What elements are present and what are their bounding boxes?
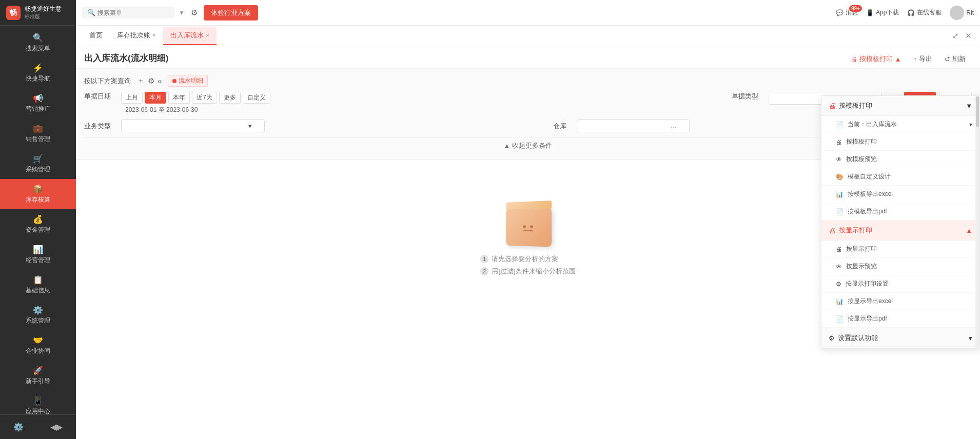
- search-nav-icon: 🔍: [33, 33, 43, 43]
- dp-display-preview-item[interactable]: 👁 按显示预览: [821, 258, 979, 275]
- dp-template-print-header[interactable]: 🖨 按模板打印 ▼: [821, 96, 979, 116]
- printer-dp-icon: 🖨: [829, 102, 836, 110]
- tab-home[interactable]: 首页: [82, 27, 110, 45]
- sidebar-item-system[interactable]: ⚙️ 系统管理: [0, 300, 76, 330]
- filter-settings-btn[interactable]: ⚙: [148, 76, 154, 86]
- sidebar-item-inventory[interactable]: 📦 库存核算: [0, 179, 76, 209]
- dp-template-print-label: 按模板打印: [839, 101, 872, 110]
- tag-label: 流水明细: [179, 76, 203, 85]
- dp-display-export-excel-item[interactable]: 📊 按显示导出excel: [821, 293, 979, 310]
- biz-type-select[interactable]: ▾: [121, 119, 265, 132]
- date-btn-this-year[interactable]: 本年: [168, 92, 190, 104]
- search-input[interactable]: [97, 9, 164, 16]
- sidebar-item-sales[interactable]: 💼 销售管理: [0, 118, 76, 149]
- tab-in-out-flow-close[interactable]: ×: [206, 32, 209, 39]
- guide-icon: 🚀: [33, 366, 43, 375]
- dp-display-print-icon: 🖨: [836, 246, 842, 253]
- empty-illustration: [497, 195, 559, 246]
- template-print-btn[interactable]: 🖨 按模板打印 ▲: [847, 52, 906, 66]
- add-filter-btn[interactable]: ＋: [137, 76, 145, 86]
- topbar-search-box[interactable]: 🔍: [82, 7, 174, 18]
- basic-icon: 📋: [33, 275, 43, 285]
- app-download-btn[interactable]: 📱 App下载: [866, 8, 899, 17]
- filter-collapse-btn[interactable]: «: [158, 76, 162, 85]
- quick-nav-icon: ⚡: [33, 63, 43, 73]
- dp-current-arrow[interactable]: ▾: [969, 121, 972, 128]
- date-filter-label: 单据日期: [84, 92, 111, 101]
- app-center-icon: 📱: [33, 396, 43, 406]
- sidebar-item-basic[interactable]: 📋 基础信息: [0, 270, 76, 300]
- avatar: [950, 6, 964, 20]
- sidebar-item-marketing[interactable]: 📢 营销推广: [0, 88, 76, 118]
- dropdown-scrollbar[interactable]: [975, 96, 979, 348]
- dp-display-print-item[interactable]: 🖨 按显示打印: [821, 241, 979, 258]
- settings-bottom-icon[interactable]: ⚙️: [11, 420, 26, 434]
- sidebar-item-quick-nav-label: 快捷导航: [26, 74, 50, 83]
- refresh-btn[interactable]: ↺ 刷新: [940, 52, 970, 66]
- operations-icon: 📊: [33, 245, 43, 254]
- warehouse-more-btn[interactable]: …: [670, 122, 677, 130]
- tab-in-out-flow[interactable]: 出入库流水 ×: [163, 27, 217, 45]
- dp-template-design-item[interactable]: 🎨 模板自定义设计: [821, 168, 979, 186]
- trial-button[interactable]: 体验行业方案: [204, 5, 258, 21]
- dp-display-pdf-label: 按显示导出pdf: [848, 314, 887, 323]
- dp-template-preview-item[interactable]: 👁 按模板预览: [821, 151, 979, 168]
- topbar: 🔍 ▼ ⚙ 体验行业方案 💬 消息 99+ 📱 App下载 🎧 在线客服 Rit: [76, 0, 980, 26]
- online-service-btn[interactable]: 🎧 在线客服: [907, 8, 942, 17]
- hint-num-2: 2: [480, 267, 488, 275]
- date-btn-custom[interactable]: 自定义: [243, 92, 270, 104]
- filter-tag-item[interactable]: 流水明细: [168, 75, 208, 87]
- date-btn-this-month[interactable]: 本月: [145, 92, 166, 104]
- tab-collapse-icon[interactable]: ✕: [963, 30, 974, 42]
- dp-template-collapse-icon[interactable]: ▼: [966, 102, 972, 110]
- page-inner: 出入库流水(流水明细) 🖨 按模板打印 ▲ ↑ 导出 ↺ 刷新: [76, 46, 980, 439]
- user-menu[interactable]: Rit: [950, 6, 974, 20]
- dp-display-export-pdf-item[interactable]: 📄 按显示导出pdf: [821, 310, 979, 328]
- dropdown-arrow-icon[interactable]: ▲: [895, 55, 901, 63]
- collapse-sidebar-icon[interactable]: ◀▶: [48, 420, 65, 434]
- dp-set-default-arrow: ▾: [969, 334, 972, 342]
- tab-inventory-batch[interactable]: 库存批次账 ×: [110, 27, 163, 45]
- dp-display-excel-label: 按显示导出excel: [848, 297, 893, 306]
- sales-icon: 💼: [33, 124, 43, 133]
- date-btn-last-month[interactable]: 上月: [121, 92, 143, 104]
- template-print-label: 按模板打印: [859, 54, 893, 64]
- warehouse-select[interactable]: …: [577, 119, 690, 132]
- sidebar-item-cooperation[interactable]: 🤝 企业协同: [0, 330, 76, 361]
- dp-display-settings-label: 按显示打印设置: [846, 280, 889, 288]
- sidebar-item-guide[interactable]: 🚀 新手引导: [0, 361, 76, 391]
- dp-current-icon: 📄: [836, 121, 844, 128]
- date-btn-7days[interactable]: 近7天: [192, 92, 217, 104]
- dp-template-export-excel-label: 按模板导出excel: [848, 190, 893, 198]
- message-btn[interactable]: 💬 消息 99+: [836, 8, 858, 17]
- sidebar-item-app-center[interactable]: 📱 应用中心: [0, 391, 76, 414]
- dp-display-print-header[interactable]: 🖨 按显示打印 ▲: [821, 221, 979, 241]
- dp-display-print-settings-item[interactable]: ⚙ 按显示打印设置: [821, 275, 979, 293]
- dp-set-default-label: 设置默认功能: [838, 333, 878, 343]
- dp-template-export-excel-item[interactable]: 📊 按模板导出excel: [821, 186, 979, 203]
- doc-type-filter-label: 单据类型: [732, 92, 758, 101]
- topbar-gear-icon[interactable]: ⚙: [189, 6, 200, 19]
- dp-display-collapse-icon[interactable]: ▲: [966, 227, 972, 234]
- sidebar-item-purchase[interactable]: 🛒 采购管理: [0, 149, 76, 179]
- date-btn-more[interactable]: 更多: [219, 92, 241, 104]
- dp-set-default-btn[interactable]: ⚙ 设置默认功能 ▾: [821, 328, 979, 348]
- empty-box-graphic: [506, 207, 552, 247]
- message-icon: 💬: [836, 9, 844, 16]
- export-btn[interactable]: ↑ 导出: [910, 52, 937, 66]
- tab-expand-icon[interactable]: ⤢: [950, 30, 961, 42]
- main-content: 🔍 ▼ ⚙ 体验行业方案 💬 消息 99+ 📱 App下载 🎧 在线客服 Rit: [76, 0, 980, 439]
- display-print-dp-icon: 🖨: [829, 226, 836, 234]
- warehouse-label: 仓库: [553, 122, 566, 131]
- scrollbar-thumb: [976, 96, 979, 127]
- sidebar-item-sales-label: 销售管理: [26, 135, 50, 144]
- topbar-dropdown-icon[interactable]: ▼: [179, 9, 185, 16]
- sidebar-item-search[interactable]: 🔍 搜索菜单: [0, 28, 76, 58]
- dp-template-export-pdf-item[interactable]: 📄 按模板导出pdf: [821, 203, 979, 221]
- sidebar-item-finance[interactable]: 💰 资金管理: [0, 209, 76, 240]
- system-icon: ⚙️: [33, 305, 43, 315]
- dp-template-print-item[interactable]: 🖨 按模板打印: [821, 133, 979, 151]
- sidebar-item-operations[interactable]: 📊 经营管理: [0, 240, 76, 270]
- sidebar-item-quick-nav[interactable]: ⚡ 快捷导航: [0, 58, 76, 88]
- tab-inventory-batch-close[interactable]: ×: [152, 32, 156, 39]
